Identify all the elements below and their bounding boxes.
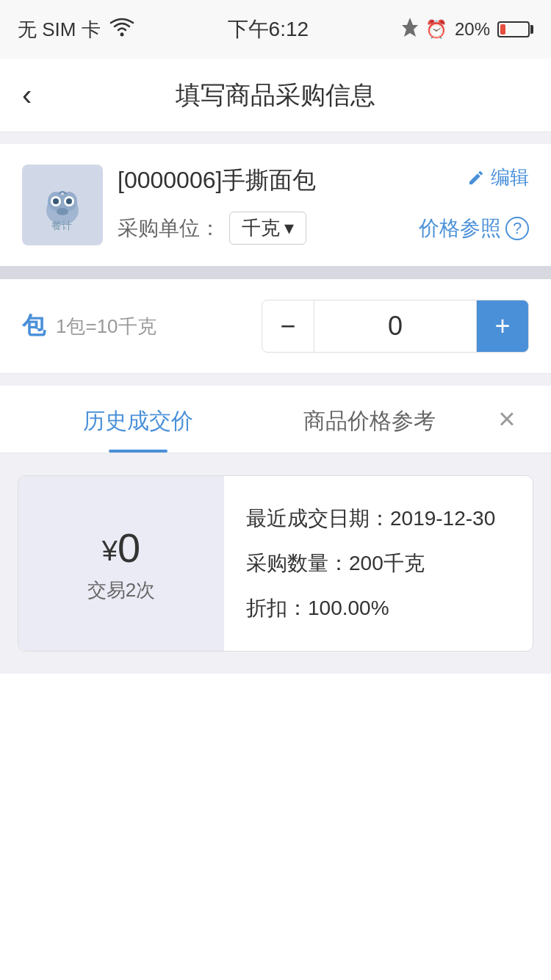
svg-point-7 — [66, 198, 72, 204]
unit-label: 采购单位： — [118, 215, 220, 242]
price-amount: ¥0 — [102, 524, 140, 572]
quantity-control: − 0 + — [262, 300, 529, 353]
wifi-icon — [109, 18, 134, 42]
price-card: ¥0 交易2次 最近成交日期：2019-12-30 采购数量：200千克 折扣：… — [18, 475, 533, 652]
nav-bar: ‹ 填写商品采购信息 — [0, 59, 551, 132]
price-summary: ¥0 交易2次 — [18, 476, 224, 651]
page-title: 填写商品采购信息 — [176, 79, 375, 112]
product-name: [0000006]手撕面包 — [118, 165, 316, 197]
status-bar: 无 SIM 卡 下午6:12 ⏰ 20% — [0, 0, 551, 59]
status-time: 下午6:12 — [228, 15, 309, 43]
tab-history-price[interactable]: 历史成交价 — [22, 386, 253, 453]
alarm-icon: ⏰ — [425, 19, 447, 40]
unit-dropdown[interactable]: 千克 ▾ — [229, 212, 306, 245]
bottom-content-area — [0, 674, 551, 980]
quantity-input[interactable]: 0 — [314, 300, 476, 353]
edit-button[interactable]: 编辑 — [467, 165, 529, 190]
tab-product-price-ref[interactable]: 商品价格参考 — [253, 386, 485, 453]
quantity-detail-label: 采购数量： — [246, 552, 349, 574]
product-section: 餐计 [0000006]手撕面包 编辑 采购单位： 千克 ▾ 价格参照 — [0, 144, 551, 266]
quantity-row: 包 1包=10千克 − 0 + — [0, 279, 551, 374]
recent-date-value: 2019-12-30 — [390, 507, 495, 530]
status-left: 无 SIM 卡 — [18, 17, 134, 43]
tab-active-indicator — [109, 450, 168, 453]
unit-conversion: 1包=10千克 — [56, 314, 156, 339]
battery-icon — [497, 21, 533, 37]
product-image: 餐计 — [22, 165, 103, 245]
svg-point-6 — [53, 198, 59, 204]
status-right: ⏰ 20% — [402, 18, 533, 41]
help-icon: ? — [505, 217, 529, 240]
product-info: [0000006]手撕面包 编辑 采购单位： 千克 ▾ 价格参照 ? — [118, 165, 529, 245]
quantity-increase-button[interactable]: + — [476, 300, 529, 353]
unit-badge: 包 — [22, 310, 46, 342]
product-unit-row: 采购单位： 千克 ▾ 价格参照 ? — [118, 212, 529, 245]
tabs-bar: 历史成交价 商品价格参考 × — [0, 386, 551, 453]
discount-value: 100.00% — [308, 597, 389, 619]
chevron-down-icon: ▾ — [284, 217, 294, 239]
price-details: 最近成交日期：2019-12-30 采购数量：200千克 折扣：100.00% — [224, 476, 533, 651]
tab-close-button[interactable]: × — [485, 397, 529, 442]
discount-row: 折扣：100.00% — [246, 592, 511, 625]
product-logo: 餐计 — [37, 179, 88, 231]
quantity-decrease-button[interactable]: − — [262, 300, 314, 353]
svg-point-0 — [120, 32, 123, 36]
currency-symbol: ¥ — [102, 536, 118, 566]
recent-date-row: 最近成交日期：2019-12-30 — [246, 502, 511, 536]
price-reference-button[interactable]: 价格参照 ? — [419, 215, 529, 242]
discount-label: 折扣： — [246, 597, 308, 619]
svg-text:餐计: 餐计 — [51, 220, 72, 231]
trades-count: 交易2次 — [87, 577, 155, 603]
quantity-label: 包 1包=10千克 — [22, 310, 156, 342]
quantity-detail-value: 200千克 — [349, 552, 425, 574]
purchase-quantity-row: 采购数量：200千克 — [246, 547, 511, 580]
location-icon — [402, 18, 418, 41]
recent-date-label: 最近成交日期： — [246, 507, 390, 530]
no-sim-text: 无 SIM 卡 — [18, 17, 101, 43]
svg-point-8 — [57, 208, 68, 215]
battery-percent: 20% — [455, 19, 490, 40]
product-header: [0000006]手撕面包 编辑 — [118, 165, 529, 197]
back-button[interactable]: ‹ — [22, 79, 66, 112]
section-divider — [0, 266, 551, 279]
unit-selector: 采购单位： 千克 ▾ — [118, 212, 306, 245]
